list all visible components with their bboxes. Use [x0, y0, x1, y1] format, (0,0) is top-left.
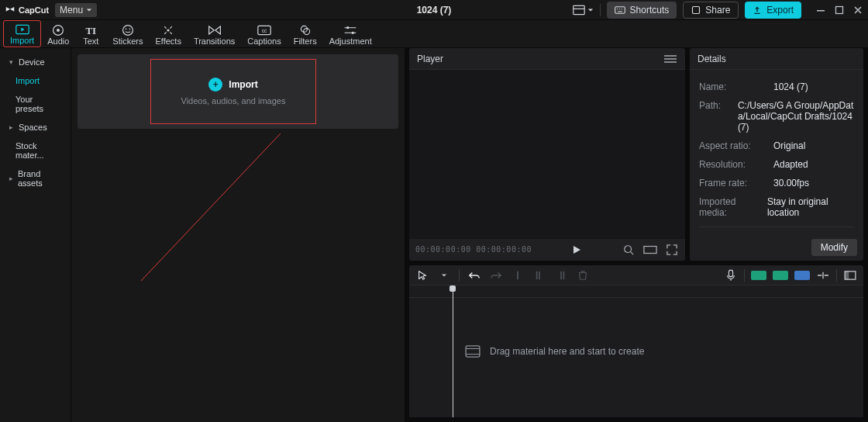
- svg-point-15: [129, 29, 130, 30]
- shortcuts-label: Shortcuts: [630, 5, 670, 16]
- svg-rect-33: [536, 271, 538, 278]
- main-track-magnet[interactable]: [751, 271, 766, 280]
- timeline-body[interactable]: Drag material here and start to create: [409, 285, 863, 417]
- import-dropzone[interactable]: + Import Videos, audios, and images: [150, 59, 316, 124]
- tab-audio[interactable]: Audio: [41, 22, 75, 47]
- tab-stickers[interactable]: Stickers: [106, 22, 149, 47]
- redo-button[interactable]: [489, 268, 503, 282]
- media-area: + Import Videos, audios, and images: [78, 54, 398, 129]
- svg-rect-35: [560, 271, 562, 278]
- linkage[interactable]: [794, 271, 810, 280]
- share-icon: [691, 5, 701, 15]
- timeline-toolbar: [409, 265, 863, 285]
- sidebar-item-label: Import: [16, 76, 40, 85]
- svg-point-29: [625, 246, 632, 253]
- detail-resolution: Resolution:Adapted: [699, 155, 854, 174]
- player-viewport[interactable]: [409, 70, 685, 239]
- svg-rect-40: [466, 346, 480, 357]
- svg-point-4: [618, 9, 619, 9]
- sidebar-item-import[interactable]: Import: [3, 71, 67, 90]
- sidebar-item-spaces[interactable]: ▸Spaces: [3, 118, 67, 137]
- tab-text[interactable]: TI Text: [75, 22, 106, 47]
- import-icon: [16, 23, 29, 36]
- sidebar-item-label: Your presets: [16, 95, 61, 113]
- sidebar-item-presets[interactable]: Your presets: [3, 90, 67, 118]
- text-icon: TI: [85, 24, 96, 36]
- layout-icon: [573, 5, 585, 16]
- filters-icon: [299, 24, 312, 36]
- project-title: 1024 (7): [417, 5, 452, 16]
- import-row: + Import: [208, 78, 257, 92]
- svg-text:cc: cc: [262, 28, 267, 33]
- tab-adjustment[interactable]: Adjustment: [323, 22, 378, 47]
- record-voiceover-button[interactable]: [724, 268, 738, 282]
- ratio-button[interactable]: [643, 243, 657, 257]
- auto-snap[interactable]: [773, 271, 788, 280]
- tab-transitions[interactable]: Transitions: [188, 22, 241, 47]
- timeline-ruler[interactable]: [409, 285, 863, 298]
- tab-import[interactable]: Import: [3, 20, 41, 47]
- share-label: Share: [705, 5, 730, 16]
- player-menu-icon[interactable]: [663, 52, 677, 66]
- app-logo: CapCut: [5, 5, 49, 16]
- sidebar-item-brand[interactable]: ▸Brand assets: [3, 164, 67, 192]
- detail-aspect: Aspect ratio:Original: [699, 137, 854, 155]
- preview-axis-button[interactable]: [816, 268, 830, 282]
- svg-point-3: [617, 9, 618, 9]
- tab-label: Text: [83, 36, 98, 46]
- delete-button[interactable]: [576, 268, 590, 282]
- undo-button[interactable]: [467, 268, 481, 282]
- cursor-dropdown[interactable]: [437, 268, 451, 282]
- close-button[interactable]: [852, 5, 863, 15]
- workspace: ▾Device Import Your presets ▸Spaces Stoc…: [0, 48, 868, 422]
- share-button[interactable]: Share: [683, 2, 739, 19]
- delete-right-button[interactable]: [554, 268, 568, 282]
- svg-rect-9: [836, 6, 843, 13]
- tab-effects[interactable]: Effects: [149, 22, 187, 47]
- zoom-reset-button[interactable]: [622, 243, 636, 257]
- detail-framerate: Frame rate:30.00fps: [699, 174, 854, 192]
- timeline-toolbar-right: [724, 268, 857, 282]
- export-button[interactable]: Export: [745, 2, 801, 19]
- svg-point-23: [346, 26, 349, 29]
- layout-dropdown[interactable]: [573, 3, 594, 17]
- tab-label: Effects: [155, 36, 181, 46]
- tab-filters[interactable]: Filters: [288, 22, 323, 47]
- sidebar-item-device[interactable]: ▾Device: [3, 53, 67, 71]
- tab-label: Stickers: [112, 36, 143, 46]
- tab-label: Adjustment: [329, 36, 372, 46]
- sidebar-item-label: Spaces: [19, 123, 47, 132]
- sidebar-item-stock[interactable]: Stock mater...: [3, 137, 67, 164]
- details-panel: Details Name:1024 (7) Path:C:/Users/G A …: [690, 48, 863, 261]
- svg-rect-7: [693, 6, 700, 13]
- menu-button[interactable]: Menu: [55, 3, 97, 17]
- tab-captions[interactable]: cc Captions: [241, 22, 287, 47]
- minimize-button[interactable]: [815, 5, 826, 15]
- svg-line-25: [141, 133, 281, 281]
- transitions-icon: [208, 24, 222, 36]
- svg-point-5: [621, 9, 622, 9]
- svg-rect-0: [573, 5, 584, 14]
- svg-rect-6: [618, 11, 622, 12]
- shortcuts-button[interactable]: Shortcuts: [607, 2, 677, 19]
- modify-button[interactable]: Modify: [811, 239, 857, 256]
- timecode: 00:00:00:00 00:00:00:00: [415, 246, 532, 254]
- player-panel: Player 00:00:00:00 00:00:00:00: [409, 48, 685, 261]
- delete-left-button[interactable]: [532, 268, 546, 282]
- keyboard-icon: [615, 5, 625, 15]
- tab-label: Audio: [47, 36, 69, 46]
- app-name: CapCut: [19, 5, 49, 15]
- chevron-down-icon: [86, 7, 92, 13]
- timeline-empty-text: Drag material here and start to create: [490, 346, 644, 357]
- export-icon: [753, 5, 762, 15]
- cursor-tool[interactable]: [415, 268, 429, 282]
- fullscreen-button[interactable]: [665, 243, 679, 257]
- window-controls: [815, 5, 863, 15]
- play-button[interactable]: [570, 243, 584, 257]
- annotation-line: [133, 133, 288, 289]
- cover-button[interactable]: [843, 268, 857, 282]
- adjustment-icon: [343, 24, 357, 36]
- maximize-button[interactable]: [834, 5, 845, 15]
- svg-rect-31: [644, 247, 656, 254]
- split-button[interactable]: [511, 268, 525, 282]
